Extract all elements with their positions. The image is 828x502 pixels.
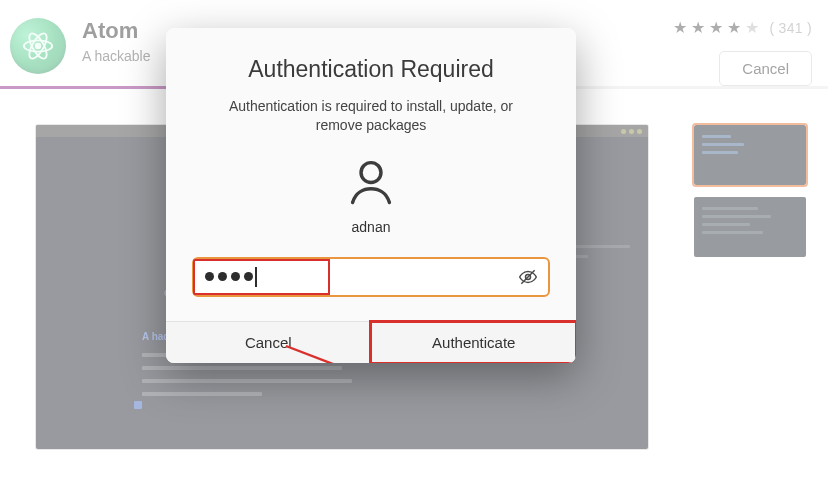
svg-point-8 [361,162,381,182]
text-cursor [255,267,257,287]
password-input-highlight [193,259,330,295]
dialog-subtitle: Authentication is required to install, u… [206,97,536,135]
password-mask [205,272,253,281]
auth-dialog: Authentication Required Authentication i… [166,28,576,363]
password-field[interactable] [192,257,550,297]
toggle-visibility-icon[interactable] [518,267,538,287]
dialog-username: adnan [192,219,550,235]
dialog-actions: Cancel Authenticate [166,321,576,363]
dialog-cancel-button[interactable]: Cancel [166,322,371,363]
dialog-authenticate-button[interactable]: Authenticate [371,322,577,363]
user-avatar-icon [341,153,401,213]
dialog-title: Authentication Required [192,56,550,83]
